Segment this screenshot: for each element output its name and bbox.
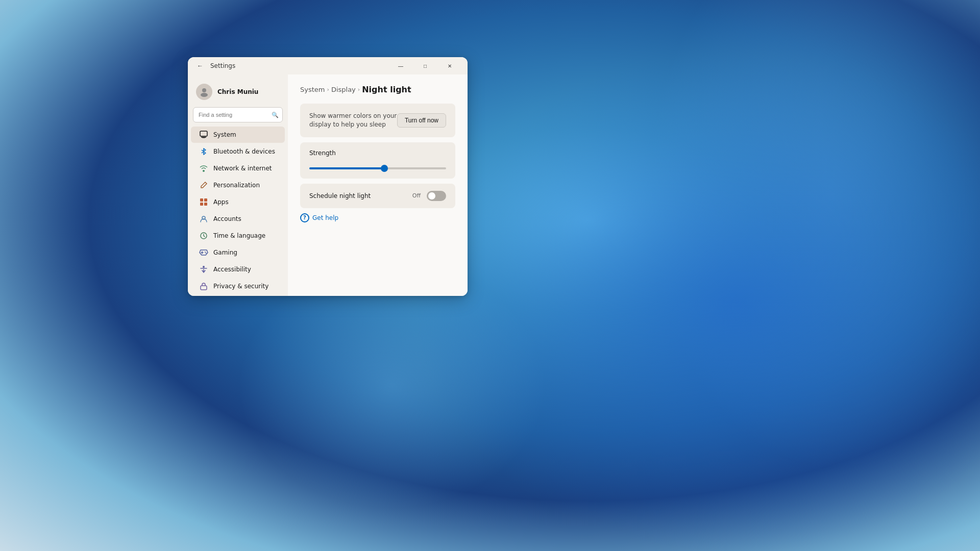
page-title: Night light xyxy=(362,85,411,94)
sidebar-item-label: Time & language xyxy=(213,232,265,239)
sidebar-item-label: Accessibility xyxy=(213,266,251,273)
sidebar-item-label: Bluetooth & devices xyxy=(213,148,275,155)
breadcrumb: System › Display › Night light xyxy=(300,85,455,94)
accounts-icon xyxy=(199,214,208,223)
sidebar-item-label: Gaming xyxy=(213,249,237,256)
svg-rect-7 xyxy=(200,203,203,206)
user-name: Chris Muniu xyxy=(217,88,258,95)
schedule-row: Schedule night light Off xyxy=(309,191,446,201)
minimize-button[interactable]: — xyxy=(389,58,412,74)
close-button[interactable]: ✕ xyxy=(438,58,461,74)
sidebar-item-personalization[interactable]: Personalization xyxy=(191,177,285,193)
sidebar-nav: System Bluetooth & devices xyxy=(188,127,288,296)
turn-off-button[interactable]: Turn off now xyxy=(397,113,446,128)
night-light-description: Show warmer colors on your display to he… xyxy=(309,112,397,129)
help-icon: ? xyxy=(300,213,309,222)
sidebar-item-apps[interactable]: Apps xyxy=(191,194,285,210)
title-bar-left: ← Settings xyxy=(194,60,389,72)
user-section: Chris Muniu xyxy=(188,79,288,107)
gaming-icon xyxy=(199,248,208,257)
sidebar-item-gaming[interactable]: Gaming xyxy=(191,244,285,261)
settings-window: ← Settings — □ ✕ Chris Muniu xyxy=(188,57,468,296)
sidebar-item-time[interactable]: Time & language xyxy=(191,228,285,244)
breadcrumb-sep-1: › xyxy=(327,86,329,93)
search-input[interactable] xyxy=(193,107,283,122)
get-help-label: Get help xyxy=(312,214,338,221)
sidebar-item-bluetooth[interactable]: Bluetooth & devices xyxy=(191,143,285,160)
svg-rect-16 xyxy=(201,286,207,290)
apps-icon xyxy=(199,197,208,207)
window-body: Chris Muniu 🔍 System xyxy=(188,74,468,296)
accessibility-icon xyxy=(199,265,208,274)
search-box: 🔍 xyxy=(193,107,283,122)
schedule-card: Schedule night light Off xyxy=(300,184,455,208)
schedule-label: Schedule night light xyxy=(309,192,371,199)
strength-card: Strength xyxy=(300,142,455,179)
sidebar-item-system[interactable]: System xyxy=(191,127,285,143)
sidebar-item-windows-update[interactable]: Windows Update xyxy=(191,295,285,296)
toggle-container: Off xyxy=(412,191,446,201)
sidebar: Chris Muniu 🔍 System xyxy=(188,74,288,296)
svg-rect-2 xyxy=(200,131,207,136)
toggle-thumb xyxy=(428,192,435,199)
network-icon xyxy=(199,164,208,173)
avatar xyxy=(196,84,212,100)
toggle-off-label: Off xyxy=(412,192,421,199)
window-controls: — □ ✕ xyxy=(389,58,461,74)
breadcrumb-system[interactable]: System xyxy=(300,86,325,93)
strength-slider[interactable] xyxy=(309,167,446,169)
bluetooth-icon xyxy=(199,147,208,156)
sidebar-item-label: Personalization xyxy=(213,182,260,189)
night-light-card-row: Show warmer colors on your display to he… xyxy=(309,112,446,129)
svg-point-15 xyxy=(203,266,205,268)
main-panel: System › Display › Night light Show warm… xyxy=(288,74,468,296)
desktop-swirl xyxy=(0,0,980,551)
privacy-icon xyxy=(199,282,208,291)
strength-label: Strength xyxy=(309,149,446,157)
sidebar-item-privacy[interactable]: Privacy & security xyxy=(191,278,285,294)
svg-rect-8 xyxy=(204,203,207,206)
sidebar-item-label: Accounts xyxy=(213,215,241,222)
sidebar-item-label: System xyxy=(213,131,236,138)
maximize-button[interactable]: □ xyxy=(413,58,437,74)
schedule-toggle[interactable] xyxy=(427,191,446,201)
search-icon: 🔍 xyxy=(272,112,279,118)
title-bar: ← Settings — □ ✕ xyxy=(188,57,468,74)
personalization-icon xyxy=(199,181,208,190)
svg-point-1 xyxy=(201,93,208,97)
sidebar-item-label: Privacy & security xyxy=(213,283,268,290)
svg-rect-5 xyxy=(200,198,203,202)
svg-point-0 xyxy=(202,88,206,92)
breadcrumb-display[interactable]: Display xyxy=(331,86,356,93)
svg-point-14 xyxy=(206,253,207,254)
window-title: Settings xyxy=(210,62,235,69)
breadcrumb-sep-2: › xyxy=(358,86,360,93)
sidebar-item-accessibility[interactable]: Accessibility xyxy=(191,261,285,278)
system-icon xyxy=(199,130,208,139)
svg-point-13 xyxy=(205,252,206,253)
sidebar-item-network[interactable]: Network & internet xyxy=(191,160,285,177)
night-light-card: Show warmer colors on your display to he… xyxy=(300,104,455,137)
time-icon xyxy=(199,231,208,240)
sidebar-item-label: Network & internet xyxy=(213,165,272,172)
sidebar-item-accounts[interactable]: Accounts xyxy=(191,211,285,227)
sidebar-item-label: Apps xyxy=(213,198,229,206)
get-help-link[interactable]: ? Get help xyxy=(300,213,455,222)
back-button[interactable]: ← xyxy=(194,60,206,72)
svg-rect-6 xyxy=(204,198,207,202)
